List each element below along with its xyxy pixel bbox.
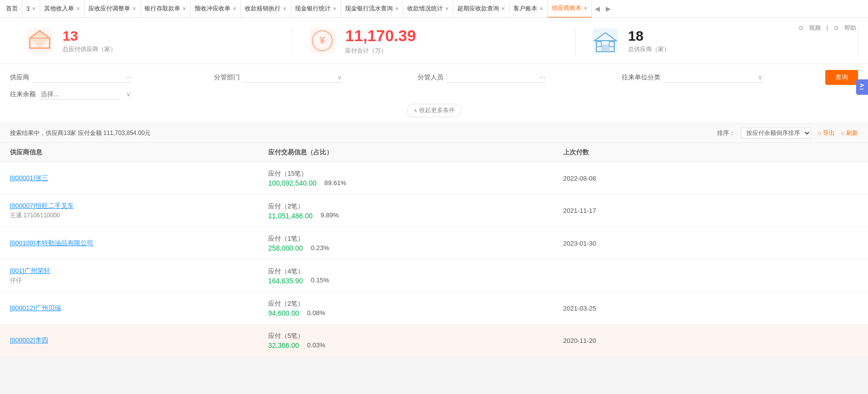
summary-area: 13 总应付供应商（家） ¥ 11,170.39 应付合计（万） [0, 18, 868, 64]
table-header: 供应商信息 应付交易信息（占比） 上次付数 [0, 143, 868, 162]
close-icon[interactable]: ✕ [76, 6, 80, 11]
nav-overdue-query[interactable]: 超期应收款查询 ✕ [453, 0, 509, 18]
nav-home[interactable]: 首页 [2, 0, 22, 18]
export-button[interactable]: ○ 导出 [817, 129, 835, 137]
payable-suppliers-number: 13 [63, 28, 116, 45]
nav-customer-ledger[interactable]: 客户账本 ✕ [509, 0, 548, 18]
supplier-link[interactable]: [000001]张三 [10, 174, 48, 182]
tx-percent: 0.15% [311, 276, 329, 284]
nav-bank-deposit[interactable]: 银行存取款单 ✕ [141, 0, 191, 18]
last-pay-date: 2022-08-08 [563, 175, 596, 182]
last-pay-cell: 2021-11-17 [563, 207, 858, 214]
close-icon[interactable]: ✕ [182, 6, 186, 11]
tx-percent: 89.61% [324, 179, 346, 187]
nav-other-income[interactable]: 其他收入单 ✕ [40, 0, 84, 18]
supplier-input[interactable] [32, 72, 125, 82]
category-dropdown-icon[interactable]: ∨ [758, 73, 763, 81]
collapse-label: 收起更多条件 [419, 106, 455, 115]
nav-ar-adjustment[interactable]: 应收应付调整单 ✕ [84, 0, 141, 18]
top-right-links: ⊙ 视频 | ⊙ 帮助 [796, 24, 858, 32]
tx-amount[interactable]: 11,051,486.00 [268, 212, 313, 220]
tx-percent: 0.03% [307, 341, 325, 349]
balance-label: 往来余额 [10, 90, 36, 99]
sort-select[interactable]: 按应付余额倒序排序 [741, 128, 811, 138]
tx-amount[interactable]: 94,600.00 [268, 309, 299, 317]
person-dots[interactable]: ··· [539, 73, 546, 82]
filter-category: 往来单位分类 ∨ [622, 72, 816, 83]
export-label: 导出 [823, 129, 835, 137]
nav-prev[interactable]: ◀ [592, 5, 603, 12]
summary-text-total: 11,170.39 应付合计（万） [345, 26, 416, 55]
divider: | [826, 24, 829, 31]
supplier-link[interactable]: [000002]李四 [10, 336, 48, 344]
tx-info-cell: 应付（4笔） 164,635.90 0.15% [268, 267, 563, 285]
video-link[interactable]: 视频 [809, 24, 821, 31]
query-button[interactable]: 查询 [825, 70, 858, 85]
supplier-info-cell: [000012]广州贝瑞 [10, 304, 268, 313]
last-pay-date: 2023-01-30 [563, 240, 596, 247]
dept-dropdown-icon[interactable]: ∨ [337, 73, 342, 81]
refresh-button[interactable]: ○ 刷新 [841, 129, 858, 137]
balance-input-wrapper: ∨ [39, 89, 118, 100]
supplier-label: 供应商 [10, 73, 29, 82]
total-payable-number: 11,170.39 [345, 26, 416, 45]
nav-collection-stat[interactable]: 收款情况统计 ✕ [403, 0, 453, 18]
nav-collection-exec[interactable]: 收款核销执行 ✕ [241, 0, 291, 18]
nav-cash-flow-query[interactable]: 现金银行流水查询 ✕ [341, 0, 403, 18]
total-payable-label: 应付合计（万） [345, 47, 416, 55]
export-icon: ○ [817, 130, 821, 137]
table-row: [000007]恒旺二手叉车 王通 17106110000 应付（2笔） 11,… [0, 195, 868, 227]
supplier-link[interactable]: [000012]广州贝瑞 [10, 304, 61, 312]
nav-cash-bank-stat[interactable]: 现金银行统计 ✕ [291, 0, 341, 18]
balance-input[interactable] [39, 89, 126, 99]
close-icon[interactable]: ✕ [583, 5, 587, 11]
supplier-link[interactable]: [001]广州荣轩 [10, 267, 50, 274]
category-input-wrapper: ∨ [663, 72, 763, 83]
supplier-link[interactable]: [000100]本特勒油品有限公司 [10, 239, 93, 247]
supplier-info-cell: [000001]张三 [10, 174, 268, 183]
table-row: [000012]广州贝瑞 应付（2笔） 94,600.00 0.08% 2021… [0, 292, 868, 325]
close-icon[interactable]: ✕ [232, 6, 236, 11]
supplier-dots[interactable]: ··· [125, 73, 132, 82]
tx-label: 应付（2笔） [268, 299, 563, 308]
supplier-sub: 仔仔 [10, 276, 268, 285]
tx-percent: 9.89% [321, 211, 339, 219]
tx-amount[interactable]: 100,092,540.00 [268, 179, 316, 187]
payable-suppliers-label: 总应付供应商（家） [63, 45, 116, 54]
category-input[interactable] [663, 72, 758, 82]
last-pay-date: 2021-03-25 [563, 305, 596, 312]
nav-next[interactable]: ▶ [603, 5, 614, 12]
balance-dropdown-icon[interactable]: ∨ [126, 90, 131, 98]
filter-row-1: 供应商 ··· 分管部门 ∨ 分管人员 ··· 往来单位分类 [10, 70, 858, 85]
close-icon[interactable]: ✕ [32, 6, 36, 11]
close-icon[interactable]: ✕ [445, 6, 449, 11]
collapse-button[interactable]: ∧ 收起更多条件 [407, 104, 461, 117]
help-link[interactable]: 帮助 [844, 24, 856, 31]
tx-info-cell: 应付（2笔） 94,600.00 0.08% [268, 299, 563, 317]
supplier-payable-icon [25, 26, 55, 56]
close-icon[interactable]: ✕ [539, 6, 543, 11]
dept-input[interactable] [243, 72, 337, 82]
supplier-link[interactable]: [000007]恒旺二手叉车 [10, 202, 74, 209]
result-bar: 搜索结果中，供应商13家 应付金额 111,703,854.00元 排序： 按应… [0, 124, 868, 143]
person-input[interactable] [446, 72, 539, 82]
close-icon[interactable]: ✕ [501, 6, 505, 11]
total-suppliers-icon [590, 26, 620, 56]
tx-amount[interactable]: 164,635.90 [268, 277, 303, 285]
tx-info-cell: 应付（2笔） 11,051,486.00 9.89% [268, 202, 563, 220]
tx-amount[interactable]: 258,000.00 [268, 244, 303, 252]
last-pay-date: 2020-11-20 [563, 337, 596, 344]
nav-advance-receipt[interactable]: 预收冲应收单 ✕ [191, 0, 241, 18]
refresh-icon: ○ [841, 130, 845, 137]
close-icon[interactable]: ✕ [132, 6, 136, 11]
nav-supplier-ledger[interactable]: 供应商账本 ✕ [548, 0, 592, 18]
result-summary-text: 搜索结果中，供应商13家 应付金额 111,703,854.00元 [10, 129, 150, 137]
nav-tab-3[interactable]: 3 ✕ [22, 0, 40, 18]
video-icon: ⊙ [798, 24, 803, 31]
close-icon[interactable]: ✕ [395, 6, 399, 11]
svg-text:¥: ¥ [320, 35, 326, 46]
ai-panel[interactable]: Ai [856, 79, 868, 95]
close-icon[interactable]: ✕ [333, 6, 337, 11]
close-icon[interactable]: ✕ [283, 6, 287, 11]
tx-amount[interactable]: 32,366.00 [268, 341, 299, 349]
